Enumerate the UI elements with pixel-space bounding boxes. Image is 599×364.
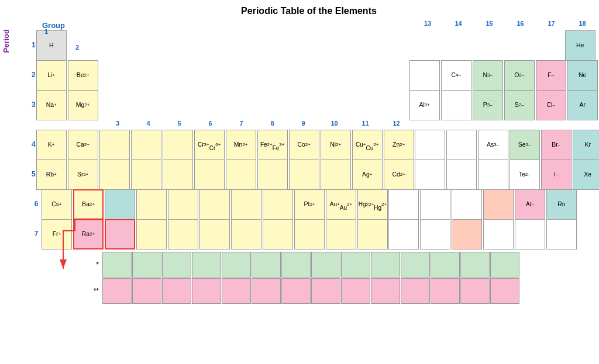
element-Bi (452, 189, 482, 220)
element-P: P3– (473, 90, 503, 120)
element-Ta (168, 189, 198, 220)
actinide-label: ** (43, 287, 102, 295)
lanthanide-4 (192, 252, 221, 278)
lanthanide-1 (102, 252, 132, 278)
element-Pd (321, 160, 351, 190)
element-Kr: Kr (573, 130, 599, 160)
element-Cd: Cd2+ (384, 160, 414, 190)
element-N: N3– (473, 60, 503, 91)
element-Ni: Ni2+ (321, 130, 351, 160)
element-Sn (446, 160, 477, 190)
actinide-8 (311, 278, 340, 304)
element-Mn: Mn2+ (226, 130, 256, 160)
lanthanide-12 (431, 252, 460, 278)
element-Cl: Cl– (536, 90, 566, 120)
element-Mt (294, 219, 325, 249)
element-Y (99, 160, 130, 190)
actinide-3 (162, 278, 191, 304)
element-Mo (194, 160, 225, 190)
lanthanide-5 (222, 252, 251, 278)
actinide-7 (281, 278, 311, 304)
element-O: O2– (504, 60, 535, 91)
element-Hf (136, 189, 167, 220)
element-Be: Be2+ (68, 60, 98, 91)
element-Rh (289, 160, 319, 190)
element-col14-p3 (441, 90, 471, 120)
element-Cs: Cs+ (42, 189, 72, 220)
element-Ne: Ne (567, 60, 598, 91)
element-Fl (420, 219, 450, 249)
actinide-13 (460, 278, 490, 304)
element-Lv (483, 219, 514, 249)
element-Au: Au+Au3+ (326, 189, 356, 220)
element-Ac-series (105, 219, 135, 249)
element-Ge (446, 130, 477, 160)
period-num-3: 3 (32, 90, 36, 119)
element-Te: Te2– (510, 160, 540, 190)
element-Se: Se2– (510, 130, 540, 160)
element-Sr: Sr2+ (68, 160, 98, 190)
element-Sg (199, 219, 230, 249)
element-Os (263, 189, 293, 220)
element-Og (546, 219, 577, 249)
actinide-14 (490, 278, 519, 304)
lanthanide-13 (460, 252, 490, 278)
element-Rf (136, 219, 167, 249)
lanthanide-2 (132, 252, 161, 278)
element-Li: Li+ (36, 60, 67, 91)
element-Rn: Rn (546, 189, 577, 220)
actinide-11 (401, 278, 430, 304)
element-Rb: Rb+ (36, 160, 67, 190)
lanthanide-8 (311, 252, 340, 278)
element-At: At– (515, 189, 545, 220)
element-Pt: Pt2+ (294, 189, 325, 220)
element-C: C4– (441, 60, 471, 91)
element-He: He (565, 30, 595, 61)
period-num-6: 6 (32, 189, 41, 219)
element-Fe: Fe2+Fe3+ (257, 130, 288, 160)
element-Ts (515, 219, 545, 249)
element-Tl (388, 189, 419, 220)
actinide-6 (252, 278, 281, 304)
element-Co: Co2+ (289, 130, 319, 160)
lanthanide-10 (371, 252, 400, 278)
element-Db (168, 219, 198, 249)
lanthanide-3 (162, 252, 191, 278)
actinide-1 (102, 278, 132, 304)
element-La-series (105, 189, 135, 220)
element-Cr: Cr3+Cr6+ (194, 130, 225, 160)
period-num-4: 4 (32, 130, 36, 159)
element-Zr (131, 160, 161, 190)
element-Xe: Xe (573, 160, 599, 190)
element-Ca: Ca2+ (68, 130, 98, 160)
lanthanide-label: * (43, 261, 102, 269)
element-Ru (257, 160, 288, 190)
element-K: K+ (36, 130, 67, 160)
element-In (415, 160, 445, 190)
element-Hs (263, 219, 293, 249)
element-col13-p2 (409, 60, 440, 91)
period-label: Period (2, 29, 11, 53)
lanthanide-9 (341, 252, 370, 278)
lanthanide-14 (490, 252, 519, 278)
element-Po (483, 189, 514, 220)
element-Ds (326, 219, 356, 249)
actinide-4 (192, 278, 221, 304)
actinide-10 (371, 278, 400, 304)
element-Ra: Ra2+ (73, 219, 104, 249)
element-Pb (420, 189, 450, 220)
period-num-5: 5 (32, 160, 36, 189)
actinide-2 (132, 278, 161, 304)
group-num-1: 1 (31, 28, 61, 35)
element-As: As3– (478, 130, 508, 160)
lanthanide-7 (281, 252, 311, 278)
element-Cu: Cu+Cu2+ (352, 130, 383, 160)
element-V (163, 130, 193, 160)
lanthanide-6 (252, 252, 281, 278)
element-Ga (415, 130, 445, 160)
element-Ar: Ar (567, 90, 598, 120)
element-Br: Br– (541, 130, 572, 160)
actinide-12 (431, 278, 460, 304)
element-Rg (357, 219, 388, 249)
element-Sc (99, 130, 130, 160)
